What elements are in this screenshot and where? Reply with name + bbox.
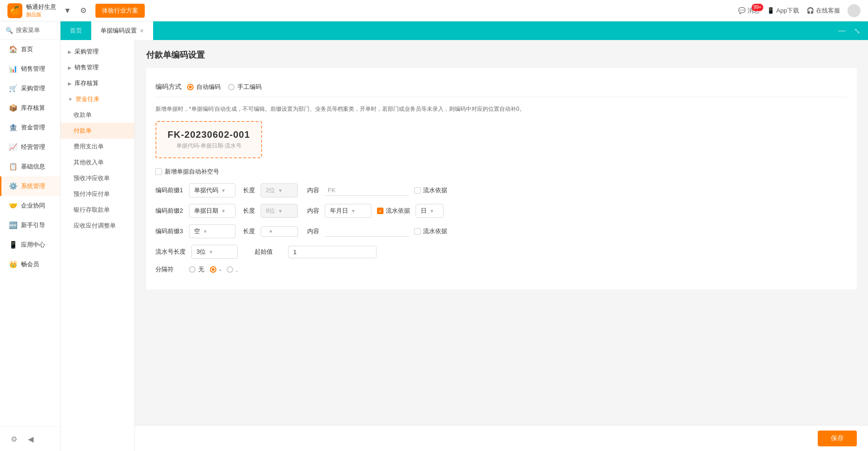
arrow-right-icon: ▶	[68, 49, 72, 54]
sidebar-item-purchase[interactable]: 🛒 采购管理	[0, 79, 60, 98]
prefix3-select[interactable]: 空 ▼	[189, 224, 236, 238]
sidebar-item-finance[interactable]: 🏦 资金管理	[0, 118, 60, 137]
sidebar-item-home[interactable]: 🏠 首页	[0, 40, 60, 59]
sidebar-item-vip[interactable]: 👑 畅会员	[0, 255, 60, 274]
prefix2-waterflow-cb: ✓ 流水依据	[377, 207, 410, 215]
prefix2-select[interactable]: 单据日期 ▼	[189, 204, 236, 218]
encoding-type-row: 编码方式 自动编码 手工编码	[155, 77, 848, 97]
radio-manual-encode[interactable]: 手工编码	[228, 83, 262, 91]
prefix3-row: 编码前缀3 空 ▼ 长度 ▼ 内容	[155, 224, 848, 238]
finance-icon: 🏦	[9, 123, 17, 132]
prefix2-length-select[interactable]: 8位 ▼	[261, 204, 298, 218]
tab-minimize-btn[interactable]: —	[836, 25, 848, 36]
submenu-item-ar-ap-adjust[interactable]: 应收应付调整单	[61, 218, 135, 234]
topbar: 🍊 畅通好生意 捌品版 ▼ ⚙ 体验行业方案 💬 消息 99+ 📱 App下载 …	[0, 0, 868, 21]
tab-bar-actions: — ⤡	[836, 25, 868, 36]
page-title: 付款单编码设置	[146, 49, 857, 61]
prefix3-length-select[interactable]: ▼	[261, 226, 298, 237]
tab-close-icon[interactable]: ✕	[140, 28, 144, 34]
basic-icon: 📋	[9, 162, 17, 171]
submenu-item-expense[interactable]: 费用支出单	[61, 139, 135, 155]
arrow-right-icon2: ▶	[68, 65, 72, 70]
separator-row: 分隔符 无 -	[155, 265, 848, 274]
vip-icon: 👑	[9, 260, 17, 269]
topbar-left: 🍊 畅通好生意 捌品版 ▼ ⚙ 体验行业方案	[7, 3, 145, 18]
start-value-input[interactable]	[288, 246, 377, 258]
start-value-label: 起始值	[255, 248, 283, 256]
nav-arrow-left[interactable]: ▼	[62, 5, 73, 16]
sub-menu: ▶ 采购管理 ▶ 销售管理 ▶ 库存核算	[61, 40, 135, 451]
encoding-type-label: 编码方式	[155, 83, 182, 91]
prefix1-arrow-icon: ▼	[221, 188, 226, 193]
online-service-button[interactable]: 🎧 在线客服	[807, 7, 840, 15]
enterprise-icon: 🤝	[9, 202, 17, 210]
submenu-item-prepay-pay[interactable]: 预付冲应付单	[61, 186, 135, 202]
sidebar-search[interactable]: 🔍 搜索菜单	[0, 21, 60, 40]
sidebar-item-inventory[interactable]: 📦 库存核算	[0, 98, 60, 118]
submenu-group-inventory-title[interactable]: ▶ 库存核算	[61, 75, 135, 91]
prefix3-content-input[interactable]	[325, 226, 409, 237]
sidebar-collapse-btn[interactable]: ◀	[24, 432, 37, 445]
tab-maximize-btn[interactable]: ⤡	[851, 25, 862, 36]
mobile-icon: 📱	[767, 7, 774, 14]
settings-icon[interactable]: ⚙	[77, 4, 90, 17]
prefix1-length-select[interactable]: 2位 ▼	[261, 183, 298, 197]
sep-dot-dot	[227, 266, 233, 273]
logo-icon: 🍊	[7, 3, 22, 18]
prefix2-label: 编码前缀2	[155, 207, 183, 215]
sidebar-settings-btn[interactable]: ⚙	[7, 432, 20, 445]
submenu-group-sales-title[interactable]: ▶ 销售管理	[61, 60, 135, 75]
submenu-group-sales: ▶ 销售管理	[61, 60, 135, 75]
topbar-right: 💬 消息 99+ 📱 App下载 🎧 在线客服	[738, 4, 861, 17]
purchase-icon: 🛒	[9, 84, 17, 93]
prefix2-content-select[interactable]: 年月日 ▼	[325, 204, 371, 218]
prefix2-cb-box[interactable]: ✓	[377, 208, 384, 214]
prefix1-cb-box[interactable]	[414, 187, 421, 194]
submenu-group-capital-title[interactable]: ▼ 资金往来	[61, 91, 135, 107]
auto-fill-checkbox[interactable]	[155, 168, 162, 175]
tab-home[interactable]: 首页	[61, 21, 91, 40]
message-button[interactable]: 💬 消息 99+	[738, 7, 760, 15]
sidebar-item-appstore[interactable]: 📱 应用中心	[0, 235, 60, 255]
radio-group-encoding: 自动编码 手工编码	[187, 83, 262, 91]
serial-length-select[interactable]: 3位 ▼	[191, 245, 238, 259]
sidebar-item-operations[interactable]: 📈 经营管理	[0, 137, 60, 157]
appstore-icon: 📱	[9, 241, 17, 249]
sep-none-radio[interactable]: 无	[189, 265, 204, 274]
sidebar-item-enterprise[interactable]: 🤝 企业协同	[0, 196, 60, 215]
sidebar-item-basic[interactable]: 📋 基础信息	[0, 157, 60, 176]
prefix2-content-label: 内容	[307, 207, 319, 215]
message-icon: 💬	[738, 7, 746, 14]
submenu-item-bank-deposit[interactable]: 银行存取款单	[61, 202, 135, 218]
radio-auto-encode[interactable]: 自动编码	[187, 83, 221, 91]
main-layout: 🔍 搜索菜单 🏠 首页 📊 销售管理 🛒 采购管理 📦 库存核算 🏦 资金管理 …	[0, 21, 868, 451]
submenu-group-purchase-title[interactable]: ▶ 采购管理	[61, 44, 135, 60]
sidebar-item-sales[interactable]: 📊 销售管理	[0, 59, 60, 79]
submenu-item-receipt[interactable]: 收款单	[61, 107, 135, 123]
sidebar-item-system[interactable]: ⚙️ 系统管理	[0, 176, 60, 196]
prefix1-select[interactable]: 单据代码 ▼	[189, 183, 236, 197]
submenu-item-other-income[interactable]: 其他收入单	[61, 155, 135, 170]
submenu-item-prepay-receive[interactable]: 预收冲应收单	[61, 170, 135, 186]
logo-text: 畅通好生意 捌品版	[26, 3, 56, 18]
sidebar-item-guide[interactable]: 🆕 新手引导	[0, 215, 60, 235]
prefix2-waterflow-unit-select[interactable]: 日 ▼	[416, 204, 444, 218]
prefix3-cb-box[interactable]	[414, 228, 421, 235]
tab-encoding[interactable]: 单据编码设置 ✕	[91, 21, 153, 40]
prefix3-label: 编码前缀3	[155, 227, 183, 236]
sidebar: 🔍 搜索菜单 🏠 首页 📊 销售管理 🛒 采购管理 📦 库存核算 🏦 资金管理 …	[0, 21, 61, 451]
submenu-group-capital: ▼ 资金往来 收款单 付款单 费用支出单 其他收入单 预收冲应收单 预付冲应付单…	[61, 91, 135, 234]
app-download-button[interactable]: 📱 App下载	[767, 7, 799, 15]
prefix3-content-label: 内容	[307, 227, 319, 236]
prefix1-waterflow-cb: 流水依据	[414, 186, 447, 195]
experience-button[interactable]: 体验行业方案	[95, 4, 145, 18]
sep-dash-radio[interactable]: -	[210, 266, 221, 273]
sep-dot-radio[interactable]: .	[227, 266, 238, 273]
radio-manual-dot	[228, 84, 235, 90]
prefix1-content-input[interactable]	[325, 185, 409, 196]
preview-desc: 单据代码-单据日期-流水号	[168, 142, 250, 150]
preview-code: FK-20230602-001	[168, 129, 250, 140]
submenu-item-payment[interactable]: 付款单	[61, 123, 135, 139]
save-button[interactable]: 保存	[818, 431, 857, 446]
user-avatar[interactable]	[848, 4, 861, 17]
